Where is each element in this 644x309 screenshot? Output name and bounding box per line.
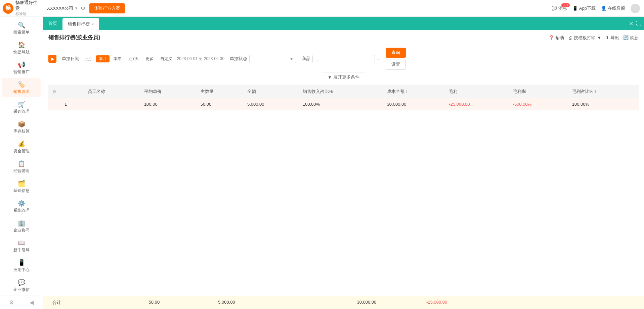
sidebar-item-marketing[interactable]: 📢 营销推广	[2, 58, 41, 78]
sidebar-item-operation[interactable]: 📋 经营管理	[2, 157, 41, 176]
row-gross-rate-0: -500.00%	[509, 98, 568, 110]
goods-more-link[interactable]: ...	[377, 56, 380, 61]
sidebar-icon-marketing: 📢	[18, 61, 25, 68]
sidebar-item-collab[interactable]: 🏢 企业协同	[2, 217, 41, 236]
footer-label: 合计	[52, 300, 79, 306]
filter-toggle-btn[interactable]: ▶	[48, 55, 56, 63]
sidebar-label-inventory: 库存核算	[13, 128, 30, 134]
export-label: 导出	[610, 35, 619, 41]
cost-info-icon: ℹ	[405, 90, 407, 94]
tab-home[interactable]: 首页	[43, 17, 62, 30]
col-sales-pct: 销售收入占比%	[299, 85, 383, 98]
data-table: ⚙ 员工名称 平均单价 主数量 全额 销售收入占比% 成本全额 ℹ 毛利 毛利率…	[48, 85, 639, 110]
sidebar-label-sales: 销售管理	[13, 89, 30, 95]
tab-sales-ranking-label: 销售排行榜	[68, 21, 90, 27]
sidebar-label-finance: 资金管理	[13, 148, 30, 154]
export-link[interactable]: ⬆ 导出	[605, 35, 619, 41]
date-tab-prev-month[interactable]: 上月	[81, 55, 95, 62]
header-right: 💬 消息 99+ 📱 App下载 👤 在线客服	[552, 4, 640, 13]
sidebar-item-finance[interactable]: 💰 资金管理	[2, 138, 41, 157]
header-gear-icon[interactable]: ⚙	[81, 5, 85, 11]
message-badge: 99+	[561, 3, 570, 7]
tab-expand-icon[interactable]: ⛶	[636, 20, 641, 27]
sidebar-label-system: 系统管理	[13, 208, 30, 213]
company-dropdown-icon: ▼	[75, 6, 78, 10]
row-amount-0: 5,000.00	[243, 98, 299, 110]
collapse-sidebar-icon[interactable]: ◀	[30, 299, 34, 306]
sidebar-item-system[interactable]: ⚙️ 系统管理	[2, 197, 41, 216]
tab-close-all-icon[interactable]: ✕	[629, 20, 633, 27]
sidebar-icon-search: 🔍	[18, 21, 25, 29]
online-service-button[interactable]: 👤 在线客服	[601, 5, 625, 11]
refresh-icon: 🔄	[623, 35, 629, 40]
footer-gross: -25,000.00	[426, 300, 496, 306]
status-select[interactable]	[249, 55, 296, 63]
sidebar-label-apps: 应用中心	[13, 267, 30, 273]
company-name: XXXXXX公司	[47, 5, 73, 11]
help-link[interactable]: ❓ 帮助	[549, 35, 564, 41]
page-content: 销售排行榜(按业务员) ❓ 帮助 🖨 按模板打印 ▼ ⬆ 导出 🔄 刷新	[43, 30, 644, 309]
tab-sales-ranking[interactable]: 销售排行榜 ×	[62, 18, 99, 30]
sidebar-item-sales[interactable]: 🏷️ 销售管理	[2, 78, 41, 97]
query-button[interactable]: 查询	[386, 48, 406, 58]
sidebar-item-wechat[interactable]: 💬 企业微信	[2, 276, 41, 295]
goods-input[interactable]	[312, 55, 375, 63]
sidebar-item-inventory[interactable]: 📦 库存核算	[2, 118, 41, 137]
col-avg-price: 平均单价	[140, 85, 197, 98]
date-tab-more[interactable]: 更多	[143, 55, 156, 62]
footer-cost: 30,000.00	[357, 300, 427, 306]
sidebar-item-newbie[interactable]: 📖 新手引导	[2, 237, 41, 256]
date-tab-custom[interactable]: 自定义	[158, 55, 175, 62]
trial-button[interactable]: 体验行业方案	[89, 3, 125, 13]
sidebar: 畅 畅康通好生意 标准版 🔍 搜索菜单 🏠 快捷导航 📢 营销推广 🏷️ 销售管…	[0, 0, 43, 309]
sidebar-item-purchase[interactable]: 🛒 采购管理	[2, 98, 41, 117]
sidebar-item-basic[interactable]: 🗂️ 基础信息	[2, 177, 41, 196]
sidebar-icon-system: ⚙️	[18, 200, 25, 207]
avatar[interactable]	[631, 4, 640, 13]
date-tab-current-month[interactable]: 本月	[96, 55, 110, 62]
sidebar-label-wechat: 企业微信	[13, 287, 30, 293]
help-label: 帮助	[555, 35, 564, 41]
main-area: XXXXXX公司 ▼ ⚙ 体验行业方案 💬 消息 99+ 📱 App下载 👤 在…	[43, 0, 644, 309]
settings-footer-icon[interactable]: ⚙	[9, 299, 14, 306]
table-container: ⚙ 员工名称 平均单价 主数量 全额 销售收入占比% 成本全额 ℹ 毛利 毛利率…	[43, 85, 644, 296]
sidebar-item-quick[interactable]: 🏠 快捷导航	[2, 39, 41, 58]
sidebar-item-apps[interactable]: 📱 应用中心	[2, 256, 41, 275]
tab-close-icon[interactable]: ×	[92, 22, 94, 26]
col-settings[interactable]: ⚙	[48, 85, 60, 98]
sidebar-label-basic: 基础信息	[13, 188, 30, 194]
sidebar-icon-apps: 📱	[18, 259, 25, 266]
col-gross-rate: 毛利率	[509, 85, 568, 98]
sidebar-icon-sales: 🏷️	[18, 81, 25, 88]
sidebar-label-operation: 经营管理	[13, 168, 30, 174]
date-tabs: 上月 本月 本年 近7天 更多 自定义	[81, 55, 175, 62]
print-icon: 🖨	[568, 35, 572, 40]
print-dropdown-icon: ▼	[597, 35, 601, 40]
export-icon: ⬆	[605, 35, 609, 40]
service-icon: 👤	[601, 6, 606, 11]
sidebar-item-search[interactable]: 🔍 搜索菜单	[2, 19, 41, 38]
print-label: 按模板打印	[574, 35, 596, 41]
print-link[interactable]: 🖨 按模板打印 ▼	[568, 35, 601, 41]
help-icon: ❓	[549, 35, 554, 40]
col-cost: 成本全额 ℹ	[383, 85, 445, 98]
logo-text: 畅康通好生意 标准版	[15, 0, 40, 16]
app-download-button[interactable]: 📱 App下载	[572, 5, 596, 11]
logo-name: 畅康通好生意	[15, 0, 40, 11]
expand-more-btn[interactable]: ▼ 展开更多条件	[322, 72, 365, 82]
message-button[interactable]: 💬 消息 99+	[552, 5, 567, 11]
status-select-wrapper: ▼	[249, 55, 296, 63]
date-tab-7days[interactable]: 近7天	[126, 55, 141, 62]
date-tab-current-year[interactable]: 本年	[111, 55, 124, 62]
refresh-link[interactable]: 🔄 刷新	[623, 35, 639, 41]
table-row: 1 100.00 50.00 5,000.00 100.00% 30,000.0…	[48, 98, 639, 110]
table-footer: 合计 50.00 5,000.00 30,000.00 -25,000.00	[43, 296, 644, 309]
footer-gross-pct	[565, 300, 635, 306]
filter-btn-group: 查询 设置	[386, 48, 406, 70]
footer-gross-rate	[496, 300, 565, 306]
tab-home-label: 首页	[48, 20, 57, 27]
settings-button[interactable]: 设置	[386, 59, 406, 70]
col-gross: 毛利	[445, 85, 509, 98]
goods-filter-group: 商品 ...	[302, 55, 380, 63]
company-selector[interactable]: XXXXXX公司 ▼	[47, 5, 78, 11]
